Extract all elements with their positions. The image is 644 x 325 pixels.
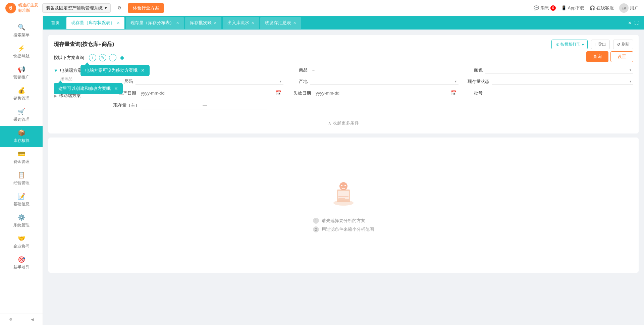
settings-bottom-icon: ⚙ — [9, 317, 12, 322]
sidebar-item-basic-info[interactable]: 📝 基础信息 — [0, 189, 43, 210]
online-support-item[interactable]: 🎧 在线客服 — [590, 5, 614, 11]
target-icon: 🎯 — [18, 256, 25, 263]
step-num-2: 2 — [313, 226, 319, 232]
stock-status-select[interactable]: ▾ — [492, 78, 633, 85]
sidebar-item-system[interactable]: ⚙️ 系统管理 — [0, 210, 43, 231]
stock-qty-range: — — [142, 101, 267, 109]
origin-select[interactable]: ▾ — [310, 78, 458, 85]
main-content: 现存量查询(按仓库+商品) 🖨 按模板打印 ▾ ↑ 导出 — [43, 30, 644, 325]
tab-close-icon[interactable]: ✕ — [214, 21, 217, 25]
top-bar-right: 💬 消息 6 📱 App下载 🎧 在线客服 Ea 用户 — [534, 3, 639, 13]
stock-qty-from[interactable] — [144, 103, 201, 108]
money-icon: 💰 — [18, 87, 25, 94]
filter-label: 按以下方案查询 — [54, 55, 84, 61]
filter-row-2: 尺码 ▾ 产地 ▾ — [113, 78, 633, 85]
arrow-left-icon: ← — [111, 55, 115, 60]
tab-actions: ✕ ⛶ — [628, 20, 641, 25]
tab-close-all-icon[interactable]: ✕ — [628, 20, 632, 25]
expiry-date-input[interactable]: 📅 — [314, 89, 458, 97]
phone-icon: 📱 — [561, 5, 567, 10]
dropdown-arrow-icon: ▾ — [582, 42, 584, 47]
filter-field-production-date: 生产日期 📅 — [113, 89, 283, 97]
print-icon: 🖨 — [555, 42, 559, 47]
sidebar-item-newbie[interactable]: 🎯 新手引导 — [0, 253, 43, 274]
top-bar-left: 6 畅通好生意 标准版 装备及固定资产辅助管理系统 ▾ ⚙ 体验行业方案 — [5, 3, 164, 13]
page-title-actions: 🖨 按模板打印 ▾ ↑ 导出 ↺ 刷新 — [551, 40, 633, 49]
message-item[interactable]: 💬 消息 6 — [534, 5, 556, 11]
avatar: Ea — [619, 3, 629, 13]
tab-close-icon[interactable]: ✕ — [117, 21, 120, 25]
batch-input[interactable] — [485, 89, 633, 97]
product-ellipsis[interactable]: ··· — [310, 68, 317, 73]
sidebar-collapse-btn[interactable]: ◀ — [31, 317, 34, 322]
empty-illustration — [327, 178, 360, 212]
chevron-down-icon: ▾ — [105, 5, 107, 10]
empty-state-section: 1 请先选择要分析的方案 2 用过滤条件来缩小分析范围 — [48, 138, 639, 273]
clipboard-icon: 📋 — [18, 171, 25, 179]
lightning-icon: ⚡ — [18, 45, 25, 52]
sidebar-item-marketing[interactable]: 📢 营销推广 — [0, 62, 43, 84]
template-print-button[interactable]: 🖨 按模板打印 ▾ — [551, 40, 588, 49]
expiry-date-from[interactable] — [316, 91, 449, 96]
sidebar-item-inventory[interactable]: 📦 库存核算 — [0, 126, 43, 147]
color-select[interactable]: ▾ — [485, 67, 633, 73]
query-button[interactable]: 查询 — [586, 51, 608, 62]
sidebar-item-sales[interactable]: 💰 销售管理 — [0, 84, 43, 105]
expand-arrow-icon: ▼ — [54, 68, 58, 73]
tab-close-icon[interactable]: ✕ — [293, 21, 296, 25]
stock-qty-to[interactable] — [209, 103, 265, 108]
filter-field-batch: 批号 — [463, 89, 633, 97]
box-icon: 📦 — [18, 129, 25, 137]
chevron-down-stock-icon: ▾ — [630, 79, 631, 83]
filter-field-origin: 产地 ▾ — [287, 78, 458, 85]
sidebar-item-search-menu[interactable]: 🔍 搜索菜单 — [0, 20, 43, 41]
filter-edit-button[interactable]: ✎ — [99, 54, 106, 61]
reset-button[interactable]: 设置 — [610, 51, 633, 62]
fullscreen-icon[interactable]: ⛶ — [634, 20, 639, 25]
handshake-icon: 🤝 — [18, 235, 25, 242]
production-date-input[interactable]: 📅 — [139, 89, 283, 97]
cart-icon: 🛒 — [18, 108, 25, 115]
tab-inventory-dist[interactable]: 现存量（库存分布表） ✕ — [126, 17, 184, 29]
chevron-up-icon: ∧ — [328, 121, 331, 126]
industry-button[interactable]: 体验行业方案 — [128, 3, 164, 13]
filter-add-button[interactable]: + — [89, 54, 96, 61]
sidebar-settings-btn[interactable]: ⚙ — [9, 317, 12, 322]
tab-close-icon[interactable]: ✕ — [176, 21, 179, 25]
settings-icon[interactable]: ⚙ — [115, 3, 124, 13]
sidebar-item-cooperation[interactable]: 🤝 企业协同 — [0, 231, 43, 253]
svg-point-4 — [341, 185, 342, 186]
tab-home[interactable]: 首页 — [46, 16, 65, 30]
tab-inout-flow[interactable]: 出入库流水 ✕ — [223, 17, 259, 29]
filter-section: 现存量查询(按仓库+商品) 🖨 按模板打印 ▾ ↑ 导出 — [48, 35, 639, 133]
collapse-conditions-btn[interactable]: ∧ 收起更多条件 — [54, 117, 633, 129]
refresh-button[interactable]: ↺ 刷新 — [613, 40, 633, 49]
calendar-icon-2[interactable]: 📅 — [451, 90, 457, 96]
filter-row-3: 生产日期 📅 失效日期 — [113, 89, 633, 97]
size-select[interactable]: ▾ — [136, 78, 283, 85]
production-date-from[interactable] — [141, 91, 274, 96]
chevron-down-color-icon: ▾ — [630, 68, 631, 72]
sidebar-item-purchase[interactable]: 🛒 采购管理 — [0, 105, 43, 126]
filter-arrow-button[interactable]: ← — [109, 54, 116, 61]
sidebar-item-quick-nav[interactable]: ⚡ 快捷导航 — [0, 41, 43, 62]
export-button[interactable]: ↑ 导出 — [591, 40, 610, 49]
user-item[interactable]: Ea 用户 — [619, 3, 639, 13]
filter-row-1: 仓库 ··· 商品 ··· 颜色 — [113, 66, 633, 74]
headset-icon: 🎧 — [590, 5, 595, 10]
sidebar-item-operation[interactable]: 📋 经营管理 — [0, 168, 43, 189]
empty-step-2: 2 用过滤条件来缩小分析范围 — [313, 226, 374, 232]
tab-collect-summary[interactable]: 收发存汇总表 ✕ — [260, 17, 301, 29]
filter-field-expiry-date: 失效日期 📅 — [287, 89, 458, 97]
tab-close-icon[interactable]: ✕ — [251, 21, 254, 25]
system-selector[interactable]: 装备及固定资产辅助管理系统 ▾ — [42, 3, 111, 13]
popup-close-1[interactable]: ✕ — [141, 68, 145, 73]
tab-batch-account[interactable]: 库存批次账 ✕ — [185, 17, 221, 29]
tab-inventory-status[interactable]: 现存量（库存状况表） ✕ — [66, 17, 124, 29]
sidebar-nav: 🔍 搜索菜单 ⚡ 快捷导航 📢 营销推广 💰 销售管理 🛒 采购管理 — [0, 16, 43, 278]
sidebar-item-finance[interactable]: 💳 资金管理 — [0, 147, 43, 168]
app-download-item[interactable]: 📱 App下载 — [561, 5, 584, 11]
popup-close-2[interactable]: ✕ — [114, 86, 118, 91]
calendar-icon-1[interactable]: 📅 — [276, 90, 281, 96]
top-bar: 6 畅通好生意 标准版 装备及固定资产辅助管理系统 ▾ ⚙ 体验行业方案 💬 消… — [0, 0, 644, 16]
